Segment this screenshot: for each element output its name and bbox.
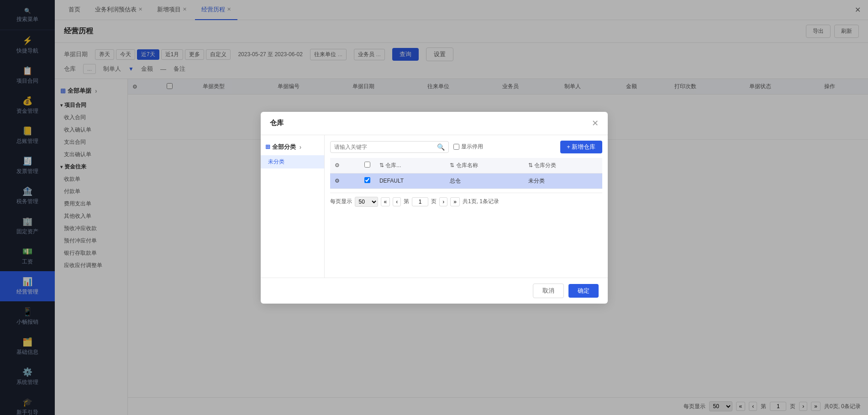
show-disabled-text: 显示停用 [461, 143, 483, 151]
modal-last-page[interactable]: » [450, 197, 460, 206]
modal-prev-page[interactable]: ‹ [393, 197, 401, 206]
modal-all-label[interactable]: 全部分类 [272, 143, 296, 151]
show-disabled-label[interactable]: 显示停用 [453, 143, 483, 151]
modal-page-size-select[interactable]: 50 100 [355, 197, 378, 207]
modal-search-box[interactable]: 🔍 [330, 141, 449, 153]
modal-col-checkbox[interactable] [360, 158, 375, 173]
modal-header: 仓库 ✕ [261, 112, 608, 135]
modal-col-gear[interactable]: ⚙ [330, 158, 360, 173]
modal-title: 仓库 [270, 119, 284, 127]
confirm-button[interactable]: 确定 [568, 284, 599, 298]
modal-page-input[interactable] [412, 197, 428, 206]
row-checkbox-cell[interactable] [360, 173, 375, 189]
sort-icon-category: ⇅ [528, 162, 533, 168]
modal-search-input[interactable] [334, 144, 437, 150]
show-disabled-checkbox[interactable] [453, 144, 459, 150]
row-checkbox[interactable] [364, 177, 370, 183]
sort-icon-name: ⇅ [450, 162, 454, 168]
modal-collapse-btn[interactable]: › [298, 142, 304, 152]
modal-search-icon: 🔍 [437, 143, 445, 151]
modal-page-label: 第 [404, 198, 409, 205]
modal-page-unit: 页 [431, 198, 437, 205]
modal-close-button[interactable]: ✕ [592, 118, 599, 128]
modal-gear-icon: ⚙ [335, 162, 340, 168]
row-code: DEFAULT [375, 173, 445, 189]
modal-col-code[interactable]: ⇅ 仓库... [375, 158, 445, 173]
modal-table-row[interactable]: ⚙ DEFAULT 总仓 未分类 [330, 173, 602, 189]
modal-page-size-label: 每页显示 [330, 198, 352, 205]
modal-select-all[interactable] [364, 162, 370, 168]
modal-toolbar: 🔍 显示停用 + 新增仓库 [330, 141, 602, 153]
add-warehouse-button[interactable]: + 新增仓库 [560, 141, 602, 153]
modal-footer-bar: 每页显示 50 100 « ‹ 第 页 › » 共1页, 1条记录 [330, 193, 602, 210]
row-gear-icon: ⚙ [335, 178, 340, 184]
warehouse-modal: 仓库 ✕ ⊞ 全部分类 › 未分类 [261, 112, 608, 304]
modal-body: ⊞ 全部分类 › 未分类 🔍 [261, 135, 608, 278]
modal-next-page[interactable]: › [439, 197, 447, 206]
row-gear: ⚙ [330, 173, 360, 189]
modal-table: ⚙ ⇅ 仓库... ⇅ 仓库名称 ⇅ [330, 158, 602, 189]
modal-total: 共1页, 1条记录 [463, 198, 499, 205]
modal-category-unclassified[interactable]: 未分类 [261, 155, 324, 168]
modal-grid-icon: ⊞ [265, 143, 270, 150]
modal-col-category[interactable]: ⇅ 仓库分类 [524, 158, 602, 173]
modal-right-panel: 🔍 显示停用 + 新增仓库 ⚙ ⇅ [325, 135, 608, 278]
modal-footer: 取消 确定 [261, 278, 608, 304]
modal-overlay: 仓库 ✕ ⊞ 全部分类 › 未分类 [0, 0, 868, 415]
modal-left-header: ⊞ 全部分类 › [261, 139, 324, 155]
row-name: 总仓 [445, 173, 524, 189]
sort-icon-code: ⇅ [379, 162, 384, 168]
row-category: 未分类 [524, 173, 602, 189]
cancel-button[interactable]: 取消 [533, 284, 564, 298]
modal-col-name[interactable]: ⇅ 仓库名称 [445, 158, 524, 173]
modal-left-panel: ⊞ 全部分类 › 未分类 [261, 135, 325, 278]
modal-left-scroll: 未分类 [261, 155, 324, 168]
modal-first-page[interactable]: « [381, 197, 390, 206]
